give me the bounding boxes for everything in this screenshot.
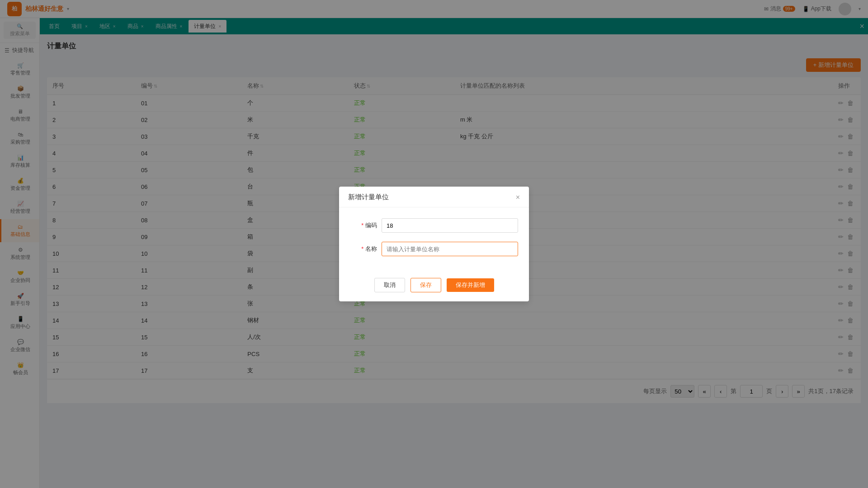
- code-input[interactable]: [382, 218, 518, 233]
- save-and-new-button[interactable]: 保存并新增: [447, 278, 494, 292]
- modal-body: 编码 名称: [339, 207, 529, 272]
- name-label: 名称: [350, 245, 377, 253]
- form-row-code: 编码: [350, 218, 518, 233]
- add-unit-modal: 新增计量单位 × 编码 名称 取消 保存 保存并新增: [339, 187, 529, 301]
- save-button[interactable]: 保存: [410, 278, 441, 292]
- name-input[interactable]: [382, 242, 518, 256]
- modal-overlay: 新增计量单位 × 编码 名称 取消 保存 保存并新增: [0, 0, 868, 488]
- form-row-name: 名称: [350, 242, 518, 256]
- modal-header: 新增计量单位 ×: [339, 187, 529, 207]
- modal-title: 新增计量单位: [348, 193, 389, 202]
- code-label: 编码: [350, 221, 377, 230]
- modal-close-button[interactable]: ×: [516, 193, 520, 202]
- modal-footer: 取消 保存 保存并新增: [339, 272, 529, 301]
- cancel-button[interactable]: 取消: [374, 278, 405, 292]
